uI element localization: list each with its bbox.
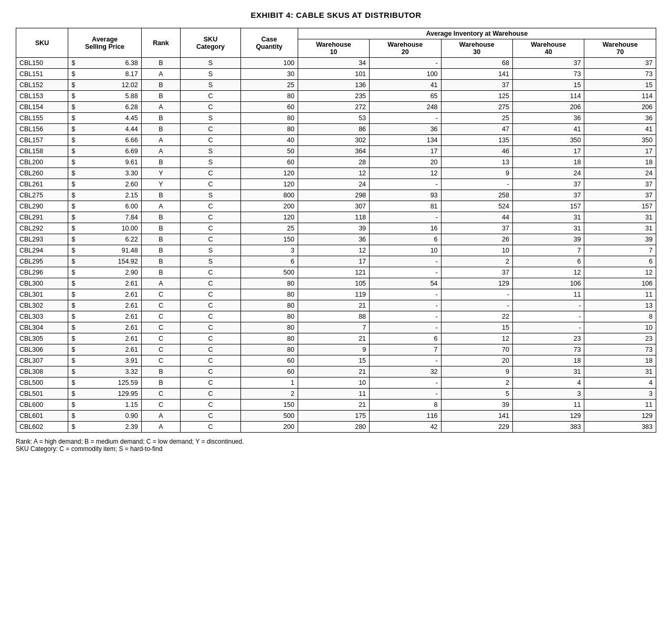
cell: A xyxy=(141,102,180,113)
cell: 47 xyxy=(441,124,512,135)
cell: C xyxy=(141,322,180,333)
cell: $ xyxy=(68,91,76,102)
table-row: CBL305$2.61CC80216122323 xyxy=(16,333,656,344)
cell: 34 xyxy=(298,58,369,69)
cell: A xyxy=(141,411,180,422)
cell: C xyxy=(181,366,241,377)
cell: C xyxy=(181,355,241,366)
cell: 37 xyxy=(584,58,656,69)
table-row: CBL154$6.28AC60272248275206206 xyxy=(16,102,656,113)
cell: S xyxy=(181,113,241,124)
cell: 80 xyxy=(240,300,298,311)
table-row: CBL295$154.92BS617-266 xyxy=(16,256,656,267)
cell: 91.48 xyxy=(76,245,141,256)
cell: 10 xyxy=(441,245,512,256)
cell: $ xyxy=(68,278,76,289)
cell: $ xyxy=(68,411,76,422)
cell: 39 xyxy=(298,223,369,234)
cell: $ xyxy=(68,168,76,179)
table-row: CBL200$9.61BS602820131818 xyxy=(16,157,656,168)
cell: $ xyxy=(68,179,76,190)
cell: A xyxy=(141,278,180,289)
cell: 60 xyxy=(240,102,298,113)
cell: 65 xyxy=(370,91,441,102)
cell: CBL303 xyxy=(16,311,68,322)
cell: CBL295 xyxy=(16,256,68,267)
cell: 7 xyxy=(513,245,584,256)
table-body: CBL150$6.38BS10034-683737CBL151$8.17AS30… xyxy=(16,58,656,433)
cell: C xyxy=(181,234,241,245)
cell: 2 xyxy=(240,389,298,400)
table-row: CBL301$2.61CC80119--1111 xyxy=(16,289,656,300)
cell: - xyxy=(370,389,441,400)
cell: $ xyxy=(68,366,76,377)
cell: $ xyxy=(68,333,76,344)
cell: B xyxy=(141,377,180,389)
cell: 25 xyxy=(441,113,512,124)
cell: $ xyxy=(68,245,76,256)
cell: - xyxy=(441,289,512,300)
cell: 2 xyxy=(441,256,512,267)
table-row: CBL157$6.66AC40302134135350350 xyxy=(16,135,656,146)
cell: C xyxy=(181,168,241,179)
cell: CBL601 xyxy=(16,411,68,422)
table-row: CBL303$2.61CC8088-22-8 xyxy=(16,311,656,322)
cell: 2.61 xyxy=(76,289,141,300)
cell: 23 xyxy=(584,333,656,344)
cell: 175 xyxy=(298,411,369,422)
cell: 129.95 xyxy=(76,389,141,400)
cell: C xyxy=(181,422,241,433)
cell: C xyxy=(181,91,241,102)
cell: CBL275 xyxy=(16,190,68,201)
table-row: CBL158$6.69AS5036417461717 xyxy=(16,146,656,157)
cell: $ xyxy=(68,212,76,223)
cell: 1 xyxy=(240,377,298,389)
cell: - xyxy=(370,179,441,190)
cell: CBL200 xyxy=(16,157,68,168)
cell: - xyxy=(370,289,441,300)
cell: CBL500 xyxy=(16,377,68,389)
cell: 101 xyxy=(298,69,369,80)
cell: C xyxy=(181,267,241,278)
cell: 106 xyxy=(584,278,656,289)
cell: 80 xyxy=(240,113,298,124)
cell: CBL304 xyxy=(16,322,68,333)
cell: C xyxy=(181,135,241,146)
cell: $ xyxy=(68,190,76,201)
cell: - xyxy=(370,355,441,366)
cell: 73 xyxy=(513,344,584,355)
cell: CBL301 xyxy=(16,289,68,300)
cell: CBL154 xyxy=(16,102,68,113)
cell: S xyxy=(181,245,241,256)
table-row: CBL302$2.61CC8021---13 xyxy=(16,300,656,311)
cell: C xyxy=(181,212,241,223)
table-row: CBL261$2.60YC12024--3737 xyxy=(16,179,656,190)
cell: B xyxy=(141,190,180,201)
cell: B xyxy=(141,245,180,256)
cell: B xyxy=(141,157,180,168)
cell: 258 xyxy=(441,190,512,201)
cell: 2.61 xyxy=(76,333,141,344)
cell: 157 xyxy=(584,201,656,212)
cell: 37 xyxy=(513,58,584,69)
table-row: CBL156$4.44BC808636474141 xyxy=(16,124,656,135)
cell: $ xyxy=(68,422,76,433)
cell: 37 xyxy=(441,80,512,91)
cell: 37 xyxy=(441,267,512,278)
cell: S xyxy=(181,190,241,201)
cell: - xyxy=(441,179,512,190)
cell: 21 xyxy=(298,333,369,344)
cell: $ xyxy=(68,124,76,135)
cell: 6.28 xyxy=(76,102,141,113)
cell: CBL292 xyxy=(16,223,68,234)
cell: C xyxy=(181,311,241,322)
cell: 42 xyxy=(370,422,441,433)
cell: C xyxy=(181,124,241,135)
cell: 8 xyxy=(584,311,656,322)
cell: 11 xyxy=(513,400,584,411)
cell: CBL501 xyxy=(16,389,68,400)
cell: 2.61 xyxy=(76,322,141,333)
col-wh20: Warehouse20 xyxy=(370,39,441,58)
cell: C xyxy=(181,102,241,113)
cell: $ xyxy=(68,135,76,146)
